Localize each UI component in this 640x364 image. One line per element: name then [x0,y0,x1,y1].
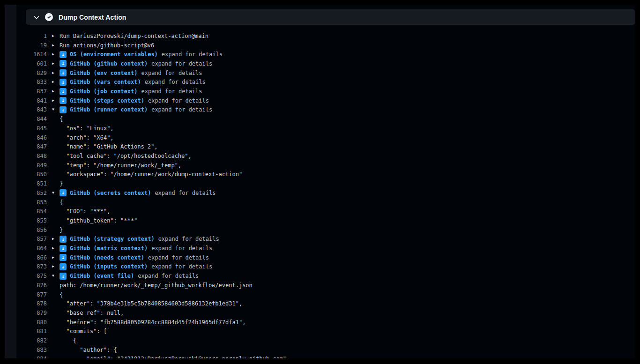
line-number[interactable]: 875 [16,273,47,279]
expand-hint: expand for details [158,236,219,242]
line-number[interactable]: 841 [16,97,47,104]
log-text: "email": "2421812+DariuszPorowski@users.… [60,356,290,358]
line-number[interactable]: 878 [16,300,47,307]
expand-hint: expand for details [162,51,223,58]
log-row[interactable]: 829▶↓GitHub (env context)expand for deta… [16,68,635,78]
line-number[interactable]: 850 [16,171,47,178]
log-row: 878 "after": "378b4e31b5c5b78408584603d5… [16,299,635,308]
line-number[interactable]: 864 [16,245,47,252]
arrow-slot: ▶ [47,34,60,38]
line-number[interactable]: 843 [16,106,47,113]
log-row: 882 { [16,336,635,345]
triangle-right-icon[interactable]: ▶ [52,52,54,56]
log-row[interactable]: 864▶↓GitHub (matrix context)expand for d… [16,244,635,253]
line-number[interactable]: 833 [16,79,47,85]
log-row[interactable]: 841▶↓GitHub (steps context)expand for de… [16,96,635,105]
line-number[interactable]: 848 [16,153,47,159]
download-icon: ↓ [60,106,67,113]
log-row: 880 "before": "fb7588d80509284cc8884d45f… [16,318,635,327]
line-number[interactable]: 829 [16,70,47,76]
line-number[interactable]: 853 [16,199,47,206]
triangle-right-icon[interactable]: ▶ [52,256,54,260]
triangle-down-icon[interactable]: ▼ [52,108,54,111]
line-number[interactable]: 876 [16,282,47,289]
line-number[interactable]: 877 [16,291,47,298]
line-number[interactable]: 856 [16,227,47,233]
triangle-right-icon[interactable]: ▶ [52,89,54,93]
line-number[interactable]: 601 [16,60,47,67]
group-title: GitHub (inputs context) [70,263,148,270]
log-row[interactable]: 866▶↓GitHub (needs context)expand for de… [16,253,635,262]
check-circle-icon [45,13,53,21]
arrow-slot: ▼ [47,274,60,278]
triangle-right-icon[interactable]: ▶ [52,71,54,75]
line-number[interactable]: 873 [16,263,47,270]
chevron-down-icon[interactable] [33,14,40,21]
download-icon: ↓ [60,60,67,67]
line-number[interactable]: 846 [16,134,47,141]
line-number[interactable]: 884 [16,356,47,358]
triangle-right-icon[interactable]: ▶ [52,265,54,268]
line-number[interactable]: 837 [16,88,47,95]
log-row[interactable]: 601▶↓GitHub (github context)expand for d… [16,59,635,68]
triangle-down-icon[interactable]: ▼ [52,191,54,195]
log-text: "after": "378b4e31b5c5b78408584603d58861… [60,300,242,307]
log-row[interactable]: 852▼↓GitHub (secrets context)expand for … [16,188,635,198]
log-row[interactable]: 19▶Run actions/github-script@v6 [16,41,635,50]
line-number[interactable]: 852 [16,190,47,196]
log-text: "commits": [ [60,328,107,334]
line-number[interactable]: 883 [16,347,47,353]
log-row: 854 "FOO": "***", [16,207,635,216]
step-header[interactable]: Dump Context Action [26,9,635,25]
line-number[interactable]: 1 [16,33,47,39]
log-row[interactable]: 843▼↓GitHub (runner context)expand for d… [16,105,635,115]
triangle-right-icon[interactable]: ▶ [52,237,54,241]
triangle-down-icon[interactable]: ▼ [52,274,54,278]
triangle-right-icon[interactable]: ▶ [52,80,54,84]
line-number[interactable]: 857 [16,236,47,242]
log-row[interactable]: 833▶↓GitHub (vars context)expand for det… [16,78,635,87]
log-row: 881 "commits": [ [16,327,635,336]
line-number[interactable]: 851 [16,180,47,187]
log-text: "before": "fb7588d80509284cc8884d45f24b1… [60,319,246,326]
group-title: GitHub (vars context) [70,79,141,85]
expand-hint: expand for details [151,245,212,252]
log-text: "github_token": "***" [60,217,137,224]
line-number[interactable]: 879 [16,310,47,316]
arrow-slot: ▶ [47,80,60,84]
log-row[interactable]: 837▶↓GitHub (job context)expand for deta… [16,87,635,96]
log-row: 844{ [16,114,635,124]
triangle-right-icon[interactable]: ▶ [52,44,54,47]
group-title: OS (environment variables) [70,51,158,58]
line-number[interactable]: 855 [16,217,47,224]
line-number[interactable]: 847 [16,143,47,150]
line-number[interactable]: 866 [16,254,47,261]
triangle-right-icon[interactable]: ▶ [52,34,54,38]
download-icon: ↓ [60,263,67,270]
line-number[interactable]: 854 [16,208,47,215]
group-title: GitHub (runner context) [70,106,148,113]
line-number[interactable]: 1614 [16,51,47,58]
triangle-right-icon[interactable]: ▶ [52,99,54,103]
line-number[interactable]: 845 [16,125,47,132]
line-number[interactable]: 881 [16,328,47,334]
log-text: "base_ref": null, [60,310,124,316]
line-number[interactable]: 880 [16,319,47,326]
line-number[interactable]: 882 [16,337,47,344]
line-number[interactable]: 19 [16,42,47,49]
log-row: 846 "arch": "X64", [16,133,635,142]
line-number[interactable]: 849 [16,162,47,169]
line-number[interactable]: 844 [16,116,47,122]
log-row[interactable]: 1614▶↓OS (environment variables)expand f… [16,50,635,59]
sidebar-edge [5,5,16,358]
log-row[interactable]: 875▼↓GitHub (event file)expand for detai… [16,271,635,281]
triangle-right-icon[interactable]: ▶ [52,62,54,66]
log-row: 845 "os": "Linux", [16,124,635,133]
triangle-right-icon[interactable]: ▶ [52,246,54,250]
log-viewer-panel: Dump Context Action 1▶Run DariuszPorowsk… [5,5,635,358]
log-row[interactable]: 873▶↓GitHub (inputs context)expand for d… [16,262,635,272]
log-row[interactable]: 1▶Run DariuszPorowski/dump-context-actio… [16,31,635,41]
log-row[interactable]: 857▶↓GitHub (strategy context)expand for… [16,234,635,244]
log-text: "tool_cache": "/opt/hostedtoolcache", [60,153,192,159]
arrow-slot: ▶ [47,265,60,268]
